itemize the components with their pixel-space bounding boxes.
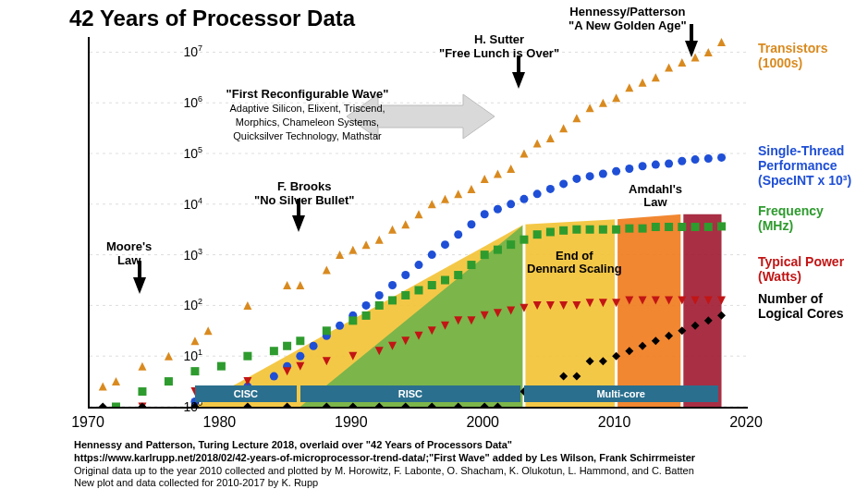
svg-marker-48 <box>625 83 633 92</box>
svg-point-79 <box>533 189 542 198</box>
svg-marker-29 <box>375 236 384 244</box>
svg-rect-97 <box>165 377 173 385</box>
y-tick: 105 <box>147 145 202 161</box>
svg-rect-125 <box>612 226 620 234</box>
svg-marker-45 <box>586 104 594 112</box>
svg-point-80 <box>546 185 555 193</box>
svg-rect-109 <box>401 291 410 300</box>
svg-point-81 <box>559 179 568 188</box>
annotation-hennessy: Hennessy/Patterson "A New Golden Age" <box>568 6 687 33</box>
annotation-hennessy-sub: "A New Golden Age" <box>568 18 687 32</box>
y-tick: 107 <box>147 43 202 59</box>
svg-rect-100 <box>243 352 251 361</box>
credit-line: https://www.karlrupp.net/2018/02/42-year… <box>74 452 695 465</box>
x-tick: 1970 <box>71 414 104 431</box>
annotation-amdahl: Amdahl'sLaw <box>629 183 682 210</box>
chart-title: 42 Years of Processor Data <box>69 6 355 31</box>
svg-marker-52 <box>678 58 686 67</box>
era-bar: CISC <box>195 385 297 402</box>
y-tick: 103 <box>147 247 202 263</box>
svg-marker-169 <box>99 403 107 408</box>
svg-point-85 <box>612 167 620 176</box>
svg-marker-55 <box>717 38 726 46</box>
svg-marker-44 <box>572 114 581 122</box>
svg-rect-95 <box>112 403 120 408</box>
svg-rect-124 <box>599 226 607 234</box>
svg-point-89 <box>665 159 673 167</box>
credit-line: Original data up to the year 2010 collec… <box>74 465 695 478</box>
annotation-brooks-sub: "No Silver Bullet" <box>254 193 354 207</box>
credit-line: Hennessy and Patterson, Turing Lecture 2… <box>74 439 695 452</box>
annotation-firstwave-title: "First Reconfigurable Wave" <box>226 87 389 101</box>
arrow-icon <box>512 72 525 89</box>
svg-marker-20 <box>190 336 199 345</box>
svg-rect-121 <box>559 226 568 235</box>
svg-marker-51 <box>665 63 673 71</box>
svg-marker-18 <box>138 362 146 371</box>
svg-marker-25 <box>323 266 331 275</box>
svg-point-61 <box>296 352 304 361</box>
svg-marker-38 <box>494 169 502 177</box>
svg-rect-116 <box>494 246 502 254</box>
svg-marker-21 <box>204 326 213 335</box>
svg-point-93 <box>717 153 726 162</box>
svg-rect-104 <box>323 326 331 335</box>
legend-item: Number ofLogical Cores <box>758 291 844 321</box>
svg-point-86 <box>625 165 633 173</box>
svg-rect-122 <box>572 226 581 234</box>
legend-item: Transistors(1000s) <box>758 41 827 70</box>
svg-point-71 <box>428 251 436 259</box>
svg-point-70 <box>415 261 423 269</box>
svg-marker-39 <box>507 165 515 173</box>
svg-rect-132 <box>704 223 713 231</box>
svg-marker-37 <box>481 175 489 183</box>
svg-point-83 <box>586 172 594 180</box>
svg-point-67 <box>375 291 384 300</box>
svg-point-88 <box>652 161 660 169</box>
svg-point-72 <box>441 240 449 249</box>
svg-marker-36 <box>467 185 475 193</box>
svg-marker-28 <box>362 240 371 249</box>
svg-marker-30 <box>388 226 397 234</box>
svg-rect-114 <box>467 261 475 269</box>
x-tick: 2010 <box>598 414 631 431</box>
svg-rect-129 <box>665 223 673 231</box>
svg-point-92 <box>704 154 713 163</box>
svg-rect-126 <box>625 225 633 233</box>
svg-point-76 <box>494 205 502 214</box>
svg-point-82 <box>572 175 581 183</box>
svg-point-75 <box>481 210 489 218</box>
svg-point-91 <box>691 155 700 164</box>
svg-rect-133 <box>717 222 726 230</box>
svg-marker-17 <box>112 377 120 385</box>
svg-point-84 <box>599 169 607 177</box>
svg-rect-110 <box>415 286 423 294</box>
x-tick: 1990 <box>335 414 368 431</box>
legend-item: Single-ThreadPerformance(SpecINT x 10³) <box>758 143 851 188</box>
svg-point-69 <box>401 271 410 279</box>
svg-rect-106 <box>362 312 371 320</box>
annotation-dennard: End ofDennard Scaling <box>527 250 622 276</box>
era-bar: Multi-core <box>524 385 718 402</box>
svg-rect-127 <box>639 225 647 233</box>
annotation-sutter: H. Sutter "Free Lunch is Over" <box>439 33 559 61</box>
svg-marker-46 <box>599 99 607 107</box>
svg-marker-41 <box>533 140 542 148</box>
svg-marker-42 <box>546 134 555 142</box>
svg-marker-49 <box>639 79 647 87</box>
legend-item: Typical Power(Watts) <box>758 254 844 284</box>
svg-rect-128 <box>652 223 660 231</box>
svg-rect-120 <box>546 227 555 236</box>
svg-rect-115 <box>481 251 489 259</box>
svg-rect-108 <box>388 296 397 304</box>
svg-rect-118 <box>520 236 528 244</box>
y-tick: 102 <box>147 297 202 312</box>
svg-rect-112 <box>441 276 449 285</box>
arrow-icon <box>292 215 305 232</box>
annotation-firstwave-sub: Adaptive Silicon, Elixent, Triscend,Morp… <box>229 103 385 141</box>
y-tick: 106 <box>147 94 202 110</box>
svg-rect-96 <box>138 387 146 396</box>
svg-marker-32 <box>415 210 423 218</box>
era-bar: RISC <box>300 385 520 402</box>
annotation-hennessy-title: Hennessy/Patterson <box>569 5 685 18</box>
